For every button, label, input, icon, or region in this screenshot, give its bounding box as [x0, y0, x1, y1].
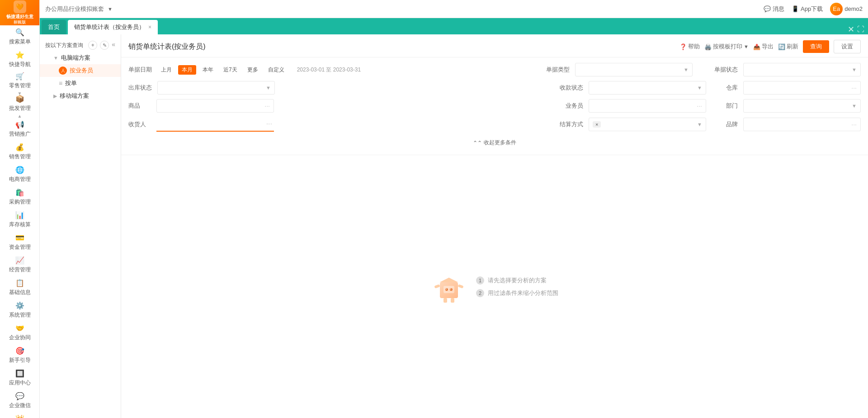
svg-point-2	[445, 288, 448, 291]
brand-label: 品牌	[724, 120, 738, 128]
search-icon: 🔍	[15, 28, 24, 37]
tree-item-by-salesperson[interactable]: 人 按业务员	[40, 64, 121, 77]
close-window-icon[interactable]: ✕	[848, 24, 854, 34]
sidebar-item-enterprise[interactable]: 🤝 企业协同	[0, 321, 40, 344]
tip-num-1: 1	[476, 276, 484, 285]
top-header: 办公用品行业模拟账套 ▼ 💬 消息 📱 App下载 Ea demo2	[40, 0, 868, 18]
more-btn[interactable]: 更多	[244, 65, 262, 75]
warehouse-select[interactable]: ···	[743, 81, 861, 95]
doc-status-select[interactable]: ▼	[743, 63, 861, 76]
sidebar-item-inventory[interactable]: 📊 库存核算	[0, 208, 40, 231]
app-logo: 🧡 畅捷通好生意 标账版	[0, 0, 40, 25]
tab-active[interactable]: 销货单统计表（按业务员） ×	[68, 20, 158, 34]
ecommerce-icon: 🌐	[15, 166, 24, 174]
sidebar-item-operations[interactable]: 📈 经营管理	[0, 253, 40, 276]
filter-area: 单据日期 上月 本月 本年 近7天 更多 自定义 2023-03-01 至 20…	[121, 57, 868, 155]
settlement-clear-tag[interactable]: ×	[593, 121, 601, 128]
warehouse-label: 仓库	[724, 84, 738, 92]
sidebar-item-search[interactable]: 🔍 搜索菜单	[0, 25, 40, 48]
filter-row-1: 单据日期 上月 本月 本年 近7天 更多 自定义 2023-03-01 至 20…	[128, 63, 861, 76]
tree-section-desktop[interactable]: ▼ 电脑端方案	[40, 52, 121, 64]
empty-state-content: 1 请先选择要分析的方案 2 用过滤条件来缩小分析范围	[431, 269, 558, 305]
tab-maximize: ✕ ⛶	[848, 24, 864, 34]
print-btn[interactable]: 🖨️ 按模板打印 ▼	[704, 43, 749, 51]
sidebar-item-ecommerce[interactable]: 🌐 电商管理	[0, 163, 40, 185]
sidebar-item-wechat[interactable]: 💬 企业微信	[0, 389, 40, 412]
sales-icon: 💰	[15, 143, 24, 152]
sidebar-item-label: 应用中心	[9, 379, 31, 387]
member-icon: 👑	[15, 414, 24, 418]
consignee-input[interactable]	[158, 117, 264, 131]
last7-btn[interactable]: 近7天	[220, 65, 241, 75]
department-select[interactable]: ▼	[743, 99, 861, 113]
outbound-select[interactable]: ▼	[157, 81, 275, 95]
tree-item-by-order[interactable]: ≡ 按单	[40, 77, 121, 90]
svg-point-5	[450, 289, 451, 290]
sidebar-item-sales[interactable]: 💰 销售管理	[0, 140, 40, 163]
help-icon: ❓	[679, 43, 687, 50]
empty-tip-1: 1 请先选择要分析的方案	[476, 276, 558, 285]
collapse-panel-btn[interactable]: «	[112, 41, 115, 50]
sidebar-item-newuser[interactable]: 🎯 新手引导	[0, 344, 40, 366]
sidebar-item-label: 批发管理	[9, 104, 31, 112]
svg-rect-7	[451, 298, 454, 303]
breadcrumb-dropdown[interactable]: ▼	[108, 6, 113, 12]
page-title-bar: 销货单统计表(按业务员) ❓ 帮助 🖨️ 按模板打印 ▼ 📤 导出	[121, 34, 868, 57]
sidebar-item-wholesale[interactable]: 📦 批发管理 ▲	[0, 95, 40, 118]
tree-section-mobile[interactable]: ▶ 移动端方案	[40, 90, 121, 102]
payment-select[interactable]: ▼	[589, 81, 706, 95]
marketing-icon: 📢	[15, 120, 24, 129]
finance-icon: 💳	[15, 233, 24, 242]
collapse-filters-btn[interactable]: ⌃⌃ 收起更多条件	[128, 136, 861, 149]
sidebar-item-marketing[interactable]: 📢 营销推广	[0, 118, 40, 140]
purchase-icon: 🛍️	[15, 188, 24, 197]
settings-btn[interactable]: 设置	[834, 40, 861, 53]
goods-select[interactable]: ···	[156, 99, 274, 113]
svg-rect-1	[443, 286, 454, 293]
tab-close-btn[interactable]: ×	[148, 24, 151, 30]
edit-scheme-btn[interactable]: ✎	[100, 41, 109, 50]
date-label: 单据日期	[128, 66, 152, 74]
query-btn[interactable]: 查询	[803, 40, 829, 53]
last-month-btn[interactable]: 上月	[157, 65, 175, 75]
message-btn[interactable]: 💬 消息	[764, 5, 784, 13]
maximize-icon[interactable]: ⛶	[857, 25, 864, 33]
salesperson-select[interactable]: ···	[589, 99, 706, 113]
tree-item-label: 按业务员	[70, 66, 93, 75]
sidebar-item-quicknav[interactable]: ⭐ 快捷导航	[0, 48, 40, 71]
operations-icon: 📈	[15, 256, 24, 265]
doc-type-select[interactable]: ▼	[575, 63, 693, 76]
sidebar-item-member[interactable]: 👑 畅会员	[0, 412, 40, 418]
sidebar-item-purchase[interactable]: 🛍️ 采购管理	[0, 185, 40, 208]
doc-type-label: 单据类型	[542, 66, 570, 74]
tree-section-label: 电脑端方案	[61, 54, 90, 62]
system-icon: ⚙️	[15, 301, 24, 310]
print-dropdown-icon: ▼	[744, 44, 749, 49]
this-month-btn[interactable]: 本月	[178, 65, 196, 75]
app-name: 畅捷通好生意 标账版	[6, 14, 33, 25]
export-btn[interactable]: 📤 导出	[753, 43, 774, 51]
sidebar-item-basicinfo[interactable]: 📋 基础信息	[0, 276, 40, 299]
sidebar-item-label: 电商管理	[9, 176, 31, 183]
sidebar-item-system[interactable]: ⚙️ 系统管理	[0, 299, 40, 321]
add-scheme-btn[interactable]: +	[88, 41, 97, 50]
sidebar-item-retail[interactable]: 🛒 零售管理 ▼	[0, 72, 40, 95]
sidebar-item-appcenter[interactable]: 🔲 应用中心	[0, 366, 40, 389]
sidebar-item-finance[interactable]: 💳 资金管理	[0, 231, 40, 253]
refresh-btn[interactable]: 🔄 刷新	[778, 43, 798, 51]
help-btn[interactable]: ❓ 帮助	[679, 43, 700, 51]
custom-btn[interactable]: 自定义	[264, 65, 288, 75]
tip-num-2: 2	[476, 289, 484, 297]
sidebar-item-label: 资金管理	[9, 243, 31, 251]
expand-arrow-icon: ▼	[53, 55, 58, 61]
left-panel-actions: + ✎ «	[88, 41, 115, 50]
brand-select[interactable]: ···	[743, 118, 861, 131]
sidebar-item-label: 库存核算	[9, 221, 31, 228]
user-menu[interactable]: Ea demo2	[830, 3, 863, 15]
sidebar-item-label: 搜索菜单	[9, 38, 31, 46]
message-icon: 💬	[764, 5, 771, 12]
tab-home[interactable]: 首页	[42, 20, 66, 34]
app-download-btn[interactable]: 📱 App下载	[792, 5, 823, 13]
this-year-btn[interactable]: 本年	[199, 65, 217, 75]
settlement-select[interactable]: × ▼	[589, 118, 706, 131]
